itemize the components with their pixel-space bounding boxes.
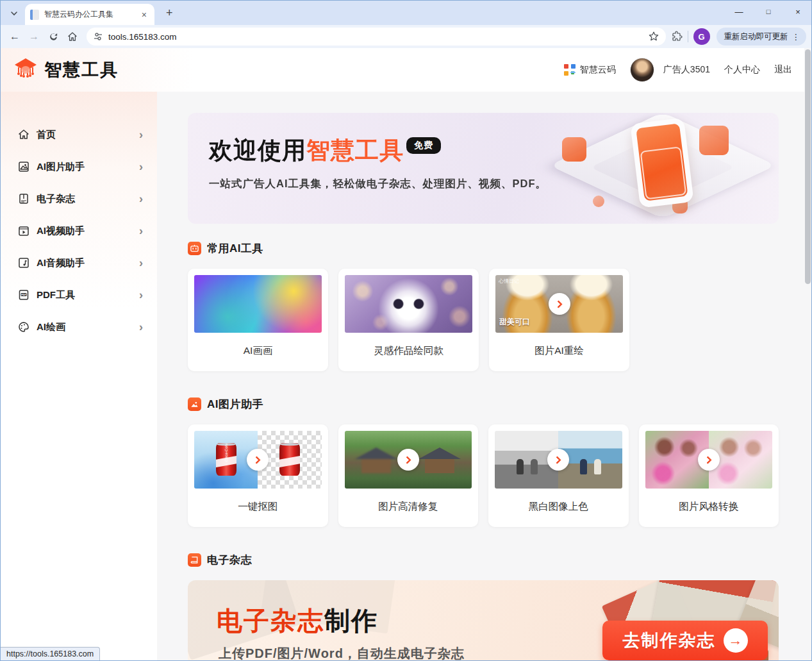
arrow-right-icon: →	[724, 628, 748, 653]
card-image	[495, 431, 622, 489]
watermark-top: 心情日记	[499, 278, 519, 285]
username: 广告人3501	[663, 64, 710, 76]
card-label: 一键抠图	[194, 500, 322, 514]
qr-code-icon	[563, 63, 576, 76]
card-label: 图片高清修复	[345, 500, 472, 514]
section-title: AI图片助手	[207, 397, 263, 412]
make-magazine-button[interactable]: 去制作杂志 →	[602, 621, 768, 660]
status-url-tooltip: https://tools.165183.com	[1, 647, 100, 660]
image-icon	[17, 160, 30, 173]
next-arrow-icon	[698, 449, 720, 471]
browser-tab[interactable]: 智慧云码办公工具集 ×	[25, 4, 154, 25]
new-tab-button[interactable]: +	[161, 6, 178, 20]
book-section-icon	[188, 553, 201, 567]
card-cutout[interactable]: Coca-Cola 一键抠图	[188, 424, 328, 527]
card-label: 图片风格转换	[645, 500, 773, 514]
sidebar-item-ai-video[interactable]: AI视频助手 ›	[17, 215, 143, 247]
site-header: 智慧工具 智慧云码 广告人3501 个人中心 退出	[1, 48, 811, 92]
page-scrollbar[interactable]	[804, 48, 811, 660]
audio-icon	[17, 256, 30, 269]
card-image	[645, 431, 773, 489]
image-section-icon	[188, 397, 201, 411]
card-image: 心情日记 甜美可口	[495, 275, 623, 333]
sidebar-item-ai-audio[interactable]: AI音频助手 ›	[17, 247, 143, 279]
card-image	[345, 275, 472, 333]
tab-strip: 智慧云码办公工具集 × + — □ ×	[1, 1, 811, 25]
logo-icon	[12, 57, 39, 83]
section-ai-image: AI图片助手	[188, 397, 779, 412]
sidebar-item-ai-paint[interactable]: AI绘画 ›	[17, 311, 143, 343]
home-button[interactable]	[63, 28, 81, 46]
magazine-icon	[17, 192, 30, 205]
next-arrow-icon	[547, 449, 569, 471]
card-ai-repaint[interactable]: 心情日记 甜美可口 图片AI重绘	[489, 269, 629, 371]
tab-search-icon[interactable]	[6, 5, 22, 22]
card-inspiration[interactable]: 灵感作品绘同款	[338, 269, 479, 371]
qr-code-link[interactable]: 智慧云码	[563, 63, 616, 76]
address-bar[interactable]: tools.165183.com	[87, 28, 666, 46]
robot-icon	[188, 242, 201, 255]
welcome-title: 欢迎使用智慧工具免费	[209, 135, 779, 167]
sidebar-item-ai-image[interactable]: AI图片助手 ›	[17, 151, 143, 183]
card-hd-repair[interactable]: 图片高清修复	[338, 424, 479, 527]
card-image: Coca-Cola	[194, 431, 322, 489]
next-arrow-icon	[549, 293, 570, 315]
next-arrow-icon	[247, 449, 269, 471]
content-row: 首页 › AI图片助手 › 电子杂志 › AI视频助手 ›	[1, 92, 811, 660]
main-content: 欢迎使用智慧工具免费 一站式广告人AI工具集，轻松做电子杂志、处理图片、视频、P…	[157, 92, 811, 660]
sidebar-item-label: 首页	[37, 129, 133, 141]
welcome-title-highlight: 智慧工具	[306, 137, 404, 163]
site-logo[interactable]: 智慧工具	[12, 57, 119, 83]
chevron-right-icon: ›	[139, 160, 143, 174]
url-text[interactable]: tools.165183.com	[108, 32, 643, 42]
sidebar-item-home[interactable]: 首页 ›	[17, 119, 143, 151]
next-arrow-icon	[397, 449, 419, 471]
window-controls: — □ ×	[729, 3, 808, 20]
reload-button[interactable]	[44, 28, 62, 46]
forward-button[interactable]: →	[25, 28, 43, 46]
extensions-icon[interactable]	[671, 31, 683, 42]
sidebar-nav: 首页 › AI图片助手 › 电子杂志 › AI视频助手 ›	[1, 92, 157, 660]
minimize-button[interactable]: —	[729, 3, 749, 20]
magazine-title-suffix: 制作	[324, 607, 378, 635]
card-label: 图片AI重绘	[495, 344, 623, 358]
close-button[interactable]: ×	[788, 3, 808, 20]
logout-link[interactable]: 退出	[774, 64, 792, 76]
welcome-title-prefix: 欢迎使用	[209, 137, 306, 163]
user-avatar[interactable]	[630, 58, 654, 82]
profile-avatar[interactable]: G	[693, 28, 710, 45]
sidebar-item-label: 电子杂志	[37, 193, 133, 205]
site-settings-icon[interactable]	[93, 31, 103, 42]
watermark-bottom: 甜美可口	[499, 317, 530, 328]
magazine-banner[interactable]: 电子杂志制作 上传PDF/图片/Word，自动生成电子杂志 去制作杂志	[188, 580, 779, 660]
free-badge: 免费	[406, 137, 441, 154]
bookmark-star-icon[interactable]	[648, 31, 659, 42]
sidebar-item-pdf[interactable]: PDF PDF工具 ›	[17, 279, 143, 311]
menu-kebab-icon[interactable]: ⋮	[788, 32, 804, 42]
toolbar-divider	[688, 31, 688, 42]
qr-code-label: 智慧云码	[580, 64, 616, 76]
card-label: 灵感作品绘同款	[345, 344, 472, 358]
card-row-ai-image: Coca-Cola 一键抠图 图	[188, 424, 779, 527]
card-colorize[interactable]: 黑白图像上色	[488, 424, 629, 527]
tab-close-icon[interactable]: ×	[139, 10, 149, 20]
section-common-tools: 常用AI工具	[188, 241, 779, 256]
update-label: 重新启动即可更新	[724, 31, 788, 42]
section-magazine: 电子杂志	[188, 553, 779, 567]
back-button[interactable]: ←	[6, 28, 24, 46]
scrollbar-thumb[interactable]	[805, 49, 811, 284]
sidebar-item-label: AI图片助手	[37, 161, 133, 173]
palette-icon	[17, 321, 30, 333]
card-row-common-tools: AI画画 灵感作品绘同款 心情日记 甜美可口	[188, 269, 779, 371]
card-style-transfer[interactable]: 图片风格转换	[639, 424, 779, 527]
card-image	[194, 275, 322, 333]
sidebar-item-magazine[interactable]: 电子杂志 ›	[17, 183, 143, 215]
card-ai-paint[interactable]: AI画画	[188, 269, 328, 371]
home-icon	[17, 128, 30, 141]
update-chip[interactable]: 重新启动即可更新 ⋮	[717, 28, 807, 46]
profile-center-link[interactable]: 个人中心	[724, 64, 760, 76]
sidebar-item-label: AI音频助手	[37, 257, 133, 269]
sidebar-item-label: PDF工具	[37, 289, 133, 301]
maximize-button[interactable]: □	[759, 3, 778, 20]
section-title: 电子杂志	[207, 553, 252, 567]
